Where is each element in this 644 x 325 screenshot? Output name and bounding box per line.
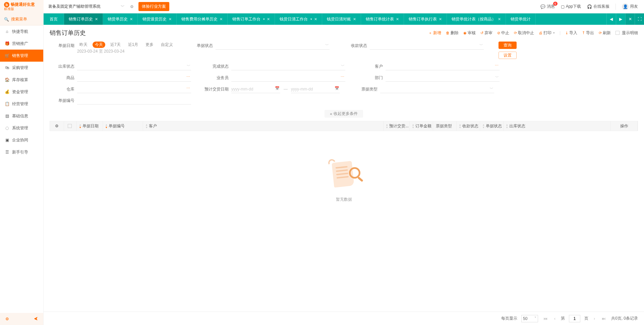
close-icon[interactable]: ✕ <box>396 17 399 21</box>
toolbar-new-button[interactable]: ＋新增 <box>428 30 441 36</box>
date-chip-7days[interactable]: 近7天 <box>108 42 123 48</box>
industry-plan-button[interactable]: 体验行业方案 <box>138 2 169 11</box>
sort-icon[interactable]: ▴▾ <box>412 123 414 129</box>
calendar-icon[interactable]: 📅 <box>275 86 280 90</box>
last-page-button[interactable]: ⏭ <box>600 316 607 321</box>
query-button[interactable]: 查询 <box>499 42 517 49</box>
setting-button[interactable]: 设置 <box>499 52 517 59</box>
close-icon[interactable]: ✕ <box>169 17 172 21</box>
customer-picker[interactable] <box>386 62 500 70</box>
tab-sales-bill-stats-trunc[interactable]: 销货单统计 <box>506 13 536 25</box>
toolbar-audit-button[interactable]: ◉审核 <box>463 30 476 36</box>
date-chip-today[interactable]: 今天 <box>93 42 105 48</box>
finish-status-select[interactable] <box>231 62 345 70</box>
toolbar-unstop-button[interactable]: ⟳取消中止 <box>514 30 534 36</box>
toolbar-delete-button[interactable]: 🗑删除 <box>446 30 459 36</box>
chevron-down-icon[interactable]: ﹀ <box>495 75 499 80</box>
close-icon[interactable]: ✕ <box>353 17 356 21</box>
toolbar-stop-button[interactable]: ⊘中止 <box>497 30 509 36</box>
sort-icon[interactable]: ▴▾ <box>459 123 461 129</box>
warehouse-picker[interactable] <box>77 85 191 93</box>
col-doc-no[interactable]: ▴▾单据编号 <box>103 121 143 131</box>
date-chip-yesterday[interactable]: 昨天 <box>77 42 90 48</box>
system-settings-icon[interactable]: ⚙ <box>130 4 134 9</box>
tab-sales-order-workbench[interactable]: 销售订单工作台▾✕ <box>228 13 275 25</box>
close-icon[interactable]: ✕ <box>314 17 317 21</box>
sidebar-item-sales[interactable]: 🛒销售管理 <box>0 50 43 62</box>
date-chip-1month[interactable]: 近1月 <box>126 42 141 48</box>
close-icon[interactable]: ✕ <box>95 17 98 21</box>
per-page-select[interactable]: 50˅ <box>521 315 538 322</box>
user-menu[interactable]: 👤 用友 <box>622 3 638 10</box>
tab-sales-return-history[interactable]: 销货退货历史✕ <box>138 13 177 25</box>
chevron-down-icon[interactable]: ﹀ <box>479 43 483 48</box>
col-doc-status[interactable]: ▴▾单据状态 <box>480 121 504 131</box>
chevron-down-icon[interactable]: ▾ <box>310 17 312 21</box>
tab-money-goods-reconcile[interactable]: 钱货日清对账✕ <box>322 13 361 25</box>
system-dropdown-icon[interactable]: ﹀ <box>121 4 125 9</box>
tab-scroll-left-button[interactable]: ◀ <box>606 13 616 25</box>
dept-select[interactable] <box>386 74 500 82</box>
sidebar-search[interactable]: 🔍 搜索菜单 <box>0 13 43 25</box>
prev-page-button[interactable]: ‹ <box>553 316 557 321</box>
delivery-date-from[interactable] <box>231 85 280 93</box>
tab-home[interactable]: 首页 <box>44 13 64 25</box>
toolbar-import-button[interactable]: ⤓导入 <box>565 30 577 36</box>
ellipsis-icon[interactable]: ⋯ <box>186 75 190 79</box>
chevron-down-icon[interactable]: ﹀ <box>325 43 329 48</box>
tab-sales-order-stats[interactable]: 销售订单统计表✕ <box>361 13 404 25</box>
app-download-button[interactable]: ▢ App下载 <box>561 4 581 9</box>
sort-icon[interactable]: ▴▾ <box>106 123 107 129</box>
toolbar-export-button[interactable]: ⤒导出 <box>582 30 594 36</box>
sidebar-item-baseinfo[interactable]: ▤基础信息 <box>0 110 43 122</box>
gear-icon[interactable]: ⚙ <box>5 317 9 321</box>
tab-money-goods-workbench[interactable]: 钱货日清工作台▾✕ <box>275 13 322 25</box>
messages-button[interactable]: 💬 消息 6 <box>540 4 555 9</box>
tab-fullscreen-button[interactable]: ⛶ <box>635 13 644 25</box>
select-all-checkbox[interactable] <box>64 121 77 131</box>
ellipsis-icon[interactable]: ⋯ <box>495 63 499 68</box>
date-chip-more[interactable]: 更多 <box>143 42 156 48</box>
toolbar-refresh-button[interactable]: ⟳刷新 <box>599 30 611 36</box>
sidebar-item-business[interactable]: 📋经营管理 <box>0 98 43 110</box>
sidebar-item-enterprise[interactable]: ▣企业协同 <box>0 134 43 146</box>
close-icon[interactable]: ✕ <box>130 17 133 21</box>
sidebar-item-guide[interactable]: ☰新手引导 <box>0 146 43 158</box>
out-status-select[interactable] <box>77 62 191 70</box>
tab-sales-bill-history[interactable]: 销货单历史✕ <box>103 13 138 25</box>
tab-sales-bill-stats-by-product[interactable]: 销货单统计表（按商品）✕ <box>447 13 506 25</box>
toolbar-show-detail-checkbox[interactable]: 显示明细 <box>616 30 638 36</box>
toolbar-abandon-button[interactable]: ↺弃审 <box>480 30 492 36</box>
ticket-type-select[interactable] <box>380 85 494 93</box>
delivery-date-to[interactable] <box>291 85 340 93</box>
col-amount[interactable]: ▴▾订单金额 <box>410 121 433 131</box>
product-picker[interactable] <box>77 74 191 82</box>
date-chip-custom[interactable]: 自定义 <box>159 42 175 48</box>
sidebar-item-purchase[interactable]: 🛍采购管理 <box>0 62 43 74</box>
tab-sales-cost-share-history[interactable]: 销售费用分摊单历史✕ <box>177 13 228 25</box>
sidebar-item-quicknav[interactable]: ⌂快捷导航 <box>0 25 43 38</box>
column-settings-button[interactable]: ⚙ <box>50 121 64 131</box>
close-icon[interactable]: ✕ <box>498 17 501 21</box>
close-icon[interactable]: ✕ <box>439 17 442 21</box>
collapse-sidebar-icon[interactable]: ⮜ <box>34 317 38 321</box>
online-service-button[interactable]: 🎧 在线客服 <box>587 4 609 9</box>
sidebar-item-system[interactable]: ◌系统管理 <box>0 122 43 134</box>
col-delivery[interactable]: ▴▾预计交货... <box>384 121 410 131</box>
toolbar-print-button[interactable]: 🖨打印▾ <box>539 30 555 36</box>
col-doc-date[interactable]: ▴▾单据日期 <box>77 121 103 131</box>
sidebar-item-funds[interactable]: 💰资金管理 <box>0 86 43 98</box>
col-pay-status[interactable]: ▴▾收款状态 <box>457 121 480 131</box>
sidebar-item-inventory[interactable]: 🏠库存核算 <box>0 74 43 86</box>
salesman-picker[interactable] <box>231 74 345 82</box>
sort-icon[interactable]: ▴▾ <box>146 123 148 129</box>
close-icon[interactable]: ✕ <box>220 17 223 21</box>
first-page-button[interactable]: ⏮ <box>542 316 549 321</box>
tab-sales-order-history[interactable]: 销售订单历史✕ <box>64 13 103 25</box>
sort-icon[interactable]: ▴▾ <box>386 123 388 129</box>
col-ticket[interactable]: 票据类型 <box>433 121 457 131</box>
chevron-down-icon[interactable]: ▾ <box>553 31 555 35</box>
ellipsis-icon[interactable]: ⋯ <box>186 86 190 90</box>
close-icon[interactable]: ✕ <box>267 17 270 21</box>
tab-close-all-button[interactable]: ✕ <box>625 13 635 25</box>
